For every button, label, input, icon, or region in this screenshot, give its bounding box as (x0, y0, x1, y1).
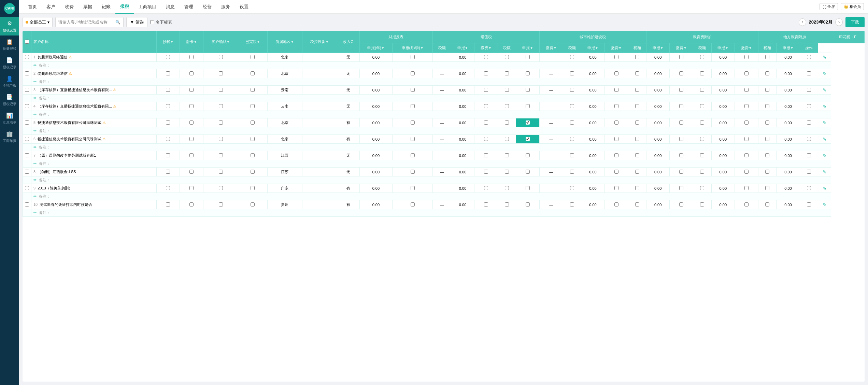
jy-shen-cb[interactable] (679, 137, 683, 141)
zz-shue2-cb[interactable] (526, 71, 530, 75)
zz-shen-cb[interactable] (484, 202, 488, 206)
cb-year[interactable] (411, 153, 415, 157)
huaka-checkbox[interactable] (189, 170, 194, 174)
sidebar-item-baoshuijilu[interactable]: 📄 报税记录 (0, 54, 19, 72)
cb-year[interactable] (411, 88, 415, 92)
sidebar-item-baoshuijilu2[interactable]: 📑 报税记录 (0, 91, 19, 109)
cs-che-cb[interactable] (570, 88, 574, 92)
edit-icon[interactable]: ✎ (823, 71, 827, 76)
zz-shue2-cb[interactable] (526, 88, 530, 92)
cs-shen-cb[interactable] (614, 104, 618, 108)
wanshui-checkbox[interactable] (251, 104, 255, 108)
wanshui-checkbox[interactable] (251, 120, 255, 125)
zz-shue2-cb[interactable] (526, 120, 530, 125)
yh-shen-cb[interactable] (807, 153, 811, 157)
jy-che-cb[interactable] (700, 137, 704, 141)
jy-che-cb[interactable] (700, 186, 704, 190)
yh-shen-cb[interactable] (807, 170, 811, 174)
cs-shen-cb[interactable] (614, 55, 618, 59)
jy-shen-cb[interactable] (679, 104, 683, 108)
cs-che2-cb[interactable] (635, 71, 639, 75)
jy-shen-cb[interactable] (679, 120, 683, 125)
chaoshui-checkbox[interactable] (166, 137, 170, 141)
row-checkbox[interactable] (25, 170, 29, 174)
cs-shen-cb[interactable] (614, 137, 618, 141)
huaka-checkbox[interactable] (189, 120, 194, 125)
df-shen-cb[interactable] (744, 55, 749, 59)
cs-che2-cb[interactable] (635, 186, 639, 190)
huaka-checkbox[interactable] (189, 88, 194, 92)
queren-checkbox[interactable] (219, 55, 223, 59)
sidebar-item-baoshuishezhi[interactable]: ⚙ 报税设置 (0, 17, 19, 35)
wanshui-checkbox[interactable] (251, 170, 255, 174)
df-shen-cb[interactable] (744, 71, 749, 75)
edit-icon[interactable]: ✎ (823, 153, 827, 158)
edit-icon[interactable]: ✎ (823, 202, 827, 208)
df-shen-cb[interactable] (744, 137, 749, 141)
df-shen-cb[interactable] (744, 120, 749, 125)
cs-che-cb[interactable] (570, 202, 574, 206)
select-all-checkbox[interactable] (25, 40, 29, 44)
zz-che-cb[interactable] (505, 170, 509, 174)
df-che-cb[interactable] (765, 202, 769, 206)
cs-shen-cb[interactable] (614, 153, 618, 157)
cs-che2-cb[interactable] (635, 137, 639, 141)
edit-icon[interactable]: ✎ (823, 186, 827, 191)
row-checkbox[interactable] (25, 104, 29, 108)
jy-shen-cb[interactable] (679, 186, 683, 190)
zz-shue2-cb[interactable] (526, 153, 530, 157)
df-che-cb[interactable] (765, 71, 769, 75)
df-shen-cb[interactable] (744, 153, 749, 157)
huaka-checkbox[interactable] (189, 202, 194, 206)
zz-shue2-cb[interactable] (526, 170, 530, 174)
zz-shue2-cb[interactable] (526, 137, 530, 141)
zz-shue2-cb[interactable] (526, 202, 530, 206)
edit-icon[interactable]: ✎ (823, 55, 827, 60)
jy-shen-cb[interactable] (679, 202, 683, 206)
zz-che-cb[interactable] (505, 104, 509, 108)
yh-shen-cb[interactable] (807, 104, 811, 108)
df-che-cb[interactable] (765, 186, 769, 190)
cs-che-cb[interactable] (570, 153, 574, 157)
cs-che2-cb[interactable] (635, 104, 639, 108)
nav-shoufei[interactable]: 收费 (60, 0, 79, 14)
queren-checkbox[interactable] (219, 186, 223, 190)
chaoshui-checkbox[interactable] (166, 104, 170, 108)
jy-che-cb[interactable] (700, 170, 704, 174)
huaka-checkbox[interactable] (189, 104, 194, 108)
df-che-cb[interactable] (765, 137, 769, 141)
chaoshui-checkbox[interactable] (166, 55, 170, 59)
huaka-checkbox[interactable] (189, 153, 194, 157)
zz-shen-cb[interactable] (484, 137, 488, 141)
next-date-button[interactable]: › (835, 18, 843, 26)
row-checkbox[interactable] (25, 137, 29, 141)
filter-button[interactable]: ▼ 筛选 (126, 17, 147, 27)
row-checkbox[interactable] (25, 120, 29, 125)
chaoshui-checkbox[interactable] (166, 120, 170, 125)
jy-che-cb[interactable] (700, 153, 704, 157)
zz-shen-cb[interactable] (484, 88, 488, 92)
zz-shen-cb[interactable] (484, 153, 488, 157)
wanshui-checkbox[interactable] (251, 55, 255, 59)
cs-che-cb[interactable] (570, 137, 574, 141)
queren-checkbox[interactable] (219, 88, 223, 92)
huaka-checkbox[interactable] (189, 186, 194, 190)
zz-che-cb[interactable] (505, 120, 509, 125)
row-checkbox[interactable] (25, 55, 29, 59)
df-che-cb[interactable] (765, 153, 769, 157)
jy-shen-cb[interactable] (679, 153, 683, 157)
yh-shen-cb[interactable] (807, 120, 811, 125)
row-checkbox[interactable] (25, 202, 29, 206)
jy-che-cb[interactable] (700, 202, 704, 206)
cs-che2-cb[interactable] (635, 170, 639, 174)
df-che-cb[interactable] (765, 104, 769, 108)
nav-jizhi[interactable]: 记账 (97, 0, 115, 14)
cb-year[interactable] (411, 170, 415, 174)
cb-year[interactable] (411, 202, 415, 206)
member-button[interactable]: 👑 稻会员 (841, 3, 864, 10)
sidebar-item-piliangshuibao[interactable]: 📋 批量报税 (0, 35, 19, 54)
queren-checkbox[interactable] (219, 104, 223, 108)
wanshui-checkbox[interactable] (251, 202, 255, 206)
edit-icon[interactable]: ✎ (823, 87, 827, 93)
queren-checkbox[interactable] (219, 170, 223, 174)
